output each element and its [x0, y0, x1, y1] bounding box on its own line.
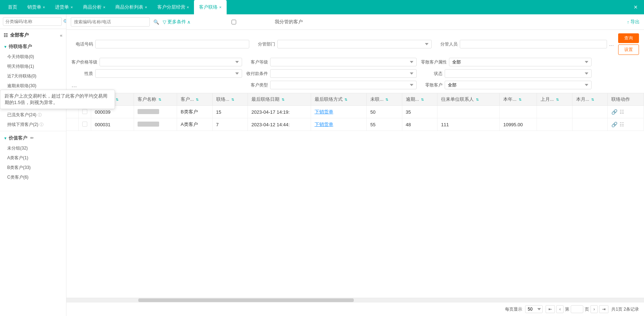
page-number-input[interactable]: 1 [571, 305, 583, 313]
nav-close-purchase[interactable]: × [70, 5, 73, 9]
sidebar-item-overdue[interactable]: 逾期未联络(30) [0, 81, 66, 91]
my-customers-checkbox-label[interactable]: 我分管的客户 [194, 19, 303, 25]
filter-select-retail-customer[interactable]: 全部 [445, 81, 592, 89]
filter-ellipsis-manager[interactable]: ... [609, 41, 614, 47]
action-link-icon-1[interactable]: 🔗 [611, 109, 617, 115]
filter-input-phone[interactable] [95, 40, 249, 48]
page-prev-btn[interactable]: ‹ [556, 305, 564, 313]
sidebar-item-7days[interactable]: 近7天待联络(0) [0, 71, 66, 81]
action-grid-icon-1[interactable]: ☷ [620, 109, 624, 115]
sidebar-all-customers-header[interactable]: ☷ 全部客户 « [0, 29, 66, 41]
action-link-icon-2[interactable]: 🔗 [611, 122, 617, 127]
page-first-btn[interactable]: ⇤ [546, 305, 555, 313]
settings-button[interactable]: 设置 [618, 44, 639, 55]
filter-field-payment: 收付款条件 [246, 69, 417, 78]
sidebar-content: ☷ 全部客户 « ▼ 待联络客户 今天待联络(0) 明天待联络(1) 近7天待联… [0, 29, 66, 316]
window-close-icon[interactable]: × [630, 4, 641, 11]
sidebar-item-today[interactable]: 今天待联络(0) [0, 52, 66, 62]
td-overdue-1: 35 [402, 106, 437, 118]
row-checkbox-1[interactable] [82, 109, 87, 114]
filter-select-dept[interactable] [277, 40, 431, 48]
nav-close-sales[interactable]: × [43, 5, 45, 9]
more-filter-ellipsis[interactable]: ... [71, 81, 77, 89]
sidebar-item-class-a[interactable]: A类客户(1) [0, 153, 66, 163]
page-size-select[interactable]: 50 20 100 [525, 305, 543, 313]
sort-method-icon[interactable]: ⇅ [344, 98, 347, 102]
filter-label-customer-type: 客户类型 [246, 82, 268, 88]
filter-field-price-level: 客户价格等级 [71, 58, 242, 66]
edit-icon[interactable]: ✏ [30, 136, 34, 141]
filter-select-customer-level[interactable] [270, 58, 417, 66]
filter-select-nature[interactable] [95, 69, 242, 78]
horizontal-scroll-thumb[interactable] [138, 298, 354, 302]
td-this-month-1 [572, 106, 608, 118]
filter-select-retail-attr[interactable]: 全部 [449, 58, 592, 66]
page-last-btn[interactable]: ⇥ [599, 305, 608, 313]
page-navigation: ⇤ ‹ 第 1 页 › ⇥ [546, 305, 608, 313]
filter-input-manager[interactable] [460, 40, 607, 48]
td-name-2 [134, 118, 177, 131]
export-btn[interactable]: ↑ 导出 [627, 19, 640, 25]
sidebar-search-icon[interactable]: 🔍 [63, 19, 66, 24]
nav-close-product-analysis[interactable]: × [103, 5, 105, 9]
query-button[interactable]: 查询 [618, 33, 639, 43]
sidebar-item-ungrouped[interactable]: 未分组(32) [0, 143, 66, 153]
filter-select-price-level[interactable] [99, 58, 242, 66]
filter-bar-right: ↑ 导出 [627, 19, 640, 25]
nav-item-customer-segment[interactable]: 客户分层经营 × [152, 0, 194, 14]
more-conditions-btn[interactable]: ▽ 更多条件 ∧ [163, 19, 191, 25]
sort-person-icon[interactable]: ⇅ [476, 98, 479, 102]
sidebar-item-lost[interactable]: 已流失客户(24) ⓘ [0, 110, 66, 120]
nav-item-home[interactable]: 首页 [3, 0, 22, 14]
sort-year-icon[interactable]: ⇅ [519, 98, 522, 102]
sidebar-item-tomorrow[interactable]: 明天待联络(1) [0, 62, 66, 71]
nav-close-customer-segment[interactable]: × [187, 5, 189, 9]
sort-date-icon[interactable]: ⇅ [282, 98, 284, 102]
nav-item-product-analysis[interactable]: 商品分析 × [78, 0, 110, 14]
sort-overdue-icon[interactable]: ⇅ [421, 98, 424, 102]
filter-select-customer-type[interactable] [270, 81, 417, 89]
th-action: 联络动作 [608, 93, 644, 106]
page-next-btn[interactable]: › [590, 305, 598, 313]
arrow-down-icon-2: ▼ [4, 136, 7, 140]
nav-item-product-list[interactable]: 商品分析列表 × [110, 0, 152, 14]
sidebar-search-input[interactable] [3, 17, 62, 26]
nav-close-customer-contact[interactable]: × [219, 5, 221, 9]
chevron-down-icon: ∧ [187, 19, 191, 25]
contact-method-link-1[interactable]: 下销货单 [315, 109, 333, 114]
filter-field-retail-customer: 零散客户 全部 [421, 81, 592, 89]
sidebar-group-pending[interactable]: ▼ 待联络客户 [0, 41, 66, 52]
sort-code-icon[interactable]: ⇅ [116, 98, 119, 102]
main-search-icon[interactable]: 🔍 [153, 19, 159, 25]
my-customers-checkbox[interactable] [194, 20, 273, 24]
sidebar-item-class-c[interactable]: C类客户(6) [0, 173, 66, 182]
nav-item-purchase[interactable]: 进货单 × [50, 0, 78, 14]
sidebar-group-value[interactable]: ▼ 价值客户 ✏ [0, 133, 66, 143]
nav-item-customer-contact[interactable]: 客户联络 × [194, 0, 226, 14]
nav-close-product-list[interactable]: × [145, 5, 147, 9]
info-icon-4: ⓘ [40, 122, 43, 127]
nav-item-sales[interactable]: 销货单 × [22, 0, 50, 14]
sort-type-icon[interactable]: ⇅ [196, 98, 199, 102]
sort-name-icon[interactable]: ⇅ [158, 98, 161, 102]
filter-select-status[interactable] [445, 69, 592, 78]
td-method-1: 下销货单 [311, 106, 366, 118]
sidebar-item-class-b[interactable]: B类客户(33) [0, 163, 66, 173]
main-search-input[interactable] [71, 17, 150, 27]
contact-method-link-2[interactable]: 下销货单 [315, 122, 333, 127]
th-uncontacted: 未联... ⇅ [366, 93, 402, 106]
arrow-down-icon: ▼ [4, 45, 7, 49]
sort-contact-icon[interactable]: ⇅ [231, 98, 234, 102]
filter-label-customer-level: 客户等级 [246, 59, 268, 65]
row-checkbox-2[interactable] [82, 122, 87, 127]
grid-icon: ☷ [4, 33, 8, 38]
horizontal-scrollbar[interactable] [66, 298, 644, 302]
sidebar-collapse-btn[interactable]: « [60, 33, 62, 38]
td-contact-count-1: 15 [212, 106, 248, 118]
sort-uncontacted-icon[interactable]: ⇅ [385, 98, 388, 102]
filter-select-payment[interactable] [270, 69, 417, 78]
sort-this-month-icon[interactable]: ⇅ [591, 98, 594, 102]
action-grid-icon-2[interactable]: ☷ [620, 122, 624, 127]
sort-last-month-icon[interactable]: ⇅ [556, 98, 559, 102]
sidebar-item-declining[interactable]: 持续下滑客户(2) ⓘ [0, 120, 66, 129]
